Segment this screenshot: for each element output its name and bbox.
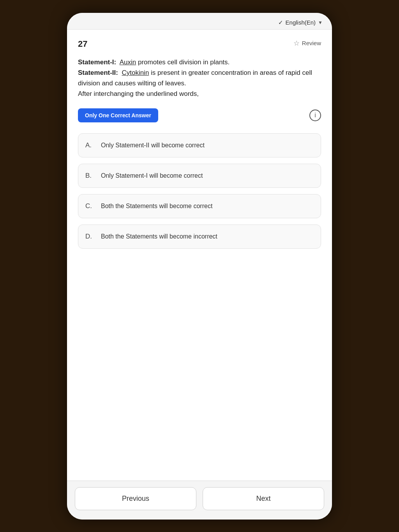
statement-ii-underline: Cytokinin <box>122 69 149 76</box>
top-bar: ✓ English(En) ▼ <box>67 13 332 30</box>
bottom-nav: Previous Next <box>67 481 332 520</box>
option-a[interactable]: A. Only Statement-II will become correct <box>78 133 321 157</box>
option-d-letter: D. <box>85 233 95 240</box>
option-d[interactable]: D. Both the Statements will become incor… <box>78 224 321 249</box>
statement-ii-label: Statement-II: <box>78 69 118 76</box>
badge-row: Only One Correct Answer i <box>78 108 321 122</box>
language-selector[interactable]: ✓ English(En) ▼ <box>278 19 323 26</box>
option-d-text: Both the Statements will become incorrec… <box>101 233 217 240</box>
phone-frame: ✓ English(En) ▼ 27 ☆ Review Statement-I:… <box>67 13 332 520</box>
option-a-text: Only Statement-II will become correct <box>101 142 205 149</box>
review-label: Review <box>302 40 321 46</box>
option-c-letter: C. <box>85 202 95 210</box>
chevron-down-icon: ▼ <box>318 20 323 25</box>
statement-i-rest: promotes cell division in plants. <box>136 58 230 66</box>
option-c[interactable]: C. Both the Statements will become corre… <box>78 194 321 218</box>
option-c-text: Both the Statements will become correct <box>101 203 212 210</box>
options-list: A. Only Statement-II will become correct… <box>78 133 321 249</box>
language-label: English(En) <box>286 19 316 26</box>
content-area: 27 ☆ Review Statement-I: Auxin promotes … <box>67 30 332 481</box>
question-text: Statement-I: Auxin promotes cell divisio… <box>78 57 321 99</box>
question-header: 27 ☆ Review <box>78 39 321 49</box>
statement-i-underline: Auxin <box>120 58 136 66</box>
answer-type-badge: Only One Correct Answer <box>78 108 158 122</box>
after-text: After interchanging the underlined words… <box>78 90 199 97</box>
info-icon[interactable]: i <box>309 110 321 121</box>
checkmark-icon: ✓ <box>278 19 283 26</box>
option-a-letter: A. <box>85 141 95 149</box>
statement-i-label: Statement-I: <box>78 58 116 66</box>
review-button[interactable]: ☆ Review <box>293 39 321 48</box>
option-b-letter: B. <box>85 172 95 180</box>
star-icon: ☆ <box>293 39 300 48</box>
option-b[interactable]: B. Only Statement-I will become correct <box>78 164 321 188</box>
option-b-text: Only Statement-I will become correct <box>101 172 203 179</box>
previous-button[interactable]: Previous <box>75 487 196 510</box>
question-number: 27 <box>78 39 87 49</box>
next-button[interactable]: Next <box>203 487 324 510</box>
